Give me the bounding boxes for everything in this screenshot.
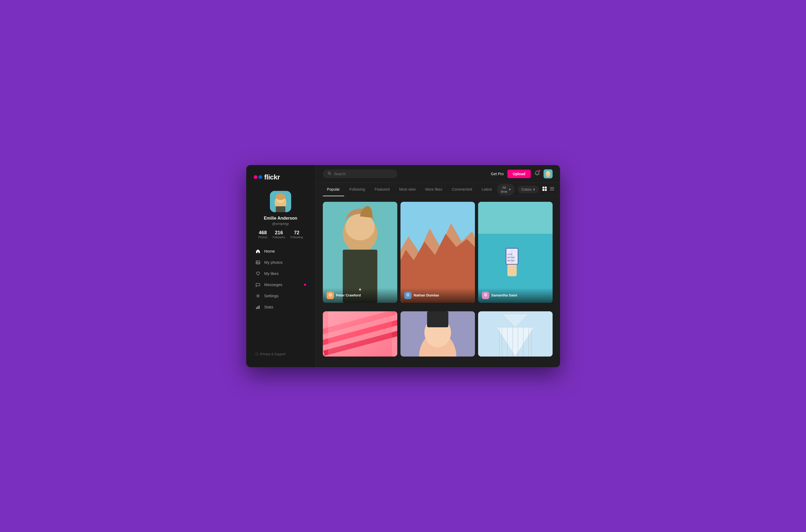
photos-count: 468 <box>259 230 267 235</box>
profile-section: Emilie Anderson @emiphtgr 468 Photos 216… <box>251 191 310 239</box>
photo1-overlay: Peter Crawford <box>323 288 397 303</box>
main-content: Get Pro Upload Popular Following Feature… <box>315 165 560 367</box>
photos-label: Photos <box>258 235 267 239</box>
tab-more-likes[interactable]: More likes <box>421 183 447 196</box>
carousel-indicator <box>359 288 361 290</box>
svg-point-7 <box>257 295 259 297</box>
svg-text:BETTER: BETTER <box>507 256 515 259</box>
profile-name: Emilie Anderson <box>264 216 297 221</box>
svg-rect-48 <box>328 311 392 357</box>
info-icon: ⓘ <box>255 352 259 357</box>
photo2-author: Nathan Dumlao <box>404 292 471 299</box>
svg-rect-9 <box>257 306 258 309</box>
tab-most-view[interactable]: Most view <box>395 183 420 196</box>
my-photos-label: My photos <box>264 260 283 265</box>
sidebar-item-my-likes[interactable]: My likes <box>251 268 310 279</box>
photo5-art <box>400 311 475 357</box>
search-input[interactable] <box>334 172 393 176</box>
tab-featured[interactable]: Featured <box>371 183 394 196</box>
stat-followers: 216 Followers <box>273 230 285 239</box>
notification-badge <box>539 170 540 172</box>
home-icon <box>255 249 261 254</box>
photo-card-4[interactable] <box>323 311 397 357</box>
author3-avatar <box>482 292 489 299</box>
following-count: 72 <box>294 230 299 235</box>
avatar <box>270 191 291 212</box>
svg-rect-15 <box>542 187 544 189</box>
following-label: Following <box>290 235 303 239</box>
privacy-support-link[interactable]: ⓘ Privacy & Support <box>251 349 310 359</box>
photo-card-1[interactable]: Peter Crawford <box>323 202 397 303</box>
svg-point-33 <box>406 293 410 297</box>
photo2-art <box>400 202 475 303</box>
profile-stats: 468 Photos 216 Followers 72 Following <box>258 230 303 239</box>
svg-rect-21 <box>550 190 554 190</box>
svg-rect-8 <box>256 307 257 309</box>
time-filter-button[interactable]: All time ▾ <box>497 184 514 195</box>
svg-rect-52 <box>427 311 448 327</box>
svg-rect-20 <box>550 189 554 189</box>
svg-rect-4 <box>276 206 285 212</box>
search-icon <box>327 171 331 176</box>
logo: flickr <box>251 173 310 181</box>
tab-popular[interactable]: Popular <box>323 183 344 196</box>
author2-name: Nathan Dumlao <box>414 293 439 297</box>
upload-button[interactable]: Upload <box>507 170 530 178</box>
get-pro-button[interactable]: Get Pro <box>491 172 504 176</box>
svg-point-25 <box>345 214 375 240</box>
photo-card-6[interactable] <box>478 311 552 357</box>
sidebar: flickr Emilie Anderson @emiphtgr 468 Pho… <box>246 165 315 367</box>
view-toggle <box>542 186 555 193</box>
followers-count: 216 <box>275 230 283 235</box>
photo1-author: Peter Crawford <box>326 292 394 299</box>
header: Get Pro Upload <box>315 165 560 183</box>
svg-rect-19 <box>550 187 554 188</box>
sidebar-item-my-photos[interactable]: My photos <box>251 258 310 267</box>
search-bar[interactable] <box>323 169 397 178</box>
logo-dot-pink <box>254 175 257 179</box>
profile-handle: @emiphtgr <box>272 222 289 226</box>
svg-rect-17 <box>542 189 544 191</box>
notifications-button[interactable] <box>535 170 540 177</box>
tab-commented[interactable]: Commented <box>448 183 476 196</box>
sidebar-item-home[interactable]: Home <box>251 246 310 256</box>
photo-card-5[interactable] <box>400 311 475 357</box>
settings-icon <box>255 293 261 298</box>
logo-dot-blue <box>259 175 262 179</box>
photo3-author: Samantha Saint <box>482 292 549 299</box>
logo-text: flickr <box>264 173 280 181</box>
color-filter-button[interactable]: Colors ▾ <box>518 186 539 193</box>
user-avatar-header[interactable] <box>544 169 552 178</box>
home-label: Home <box>264 249 275 253</box>
chevron-down-icon: ▾ <box>509 187 511 191</box>
sidebar-item-settings[interactable]: Settings <box>251 291 310 301</box>
nav-menu: Home My photos My likes Messeges <box>251 246 310 349</box>
svg-rect-16 <box>545 187 547 189</box>
svg-point-27 <box>329 293 332 297</box>
svg-rect-35 <box>478 202 552 234</box>
author3-name: Samantha Saint <box>491 293 518 297</box>
tab-following[interactable]: Following <box>345 183 369 196</box>
svg-point-43 <box>484 293 487 297</box>
app-window: flickr Emilie Anderson @emiphtgr 468 Pho… <box>246 165 560 367</box>
messages-label: Messeges <box>264 282 282 287</box>
stats-icon <box>255 305 261 309</box>
photo2-overlay: Nathan Dumlao <box>400 288 475 303</box>
stat-photos: 468 Photos <box>258 230 267 239</box>
sidebar-item-stats[interactable]: Stats <box>251 302 310 312</box>
messages-badge <box>304 284 306 286</box>
svg-rect-5 <box>256 261 260 264</box>
photo-grid: Peter Crawford <box>315 196 560 367</box>
tab-latest[interactable]: Latest <box>477 183 496 196</box>
photo-card-3[interactable]: LOVE BETTER BETTER Samantha Saint <box>478 202 552 303</box>
avatar-illustration <box>270 191 291 212</box>
filter-bar: Popular Following Featured Most view Mor… <box>315 183 560 196</box>
followers-label: Followers <box>273 235 285 239</box>
grid-view-icon[interactable] <box>542 186 547 193</box>
logo-dots <box>254 175 262 179</box>
photo-card-2[interactable]: Nathan Dumlao <box>400 202 475 303</box>
svg-point-11 <box>328 172 330 174</box>
svg-rect-10 <box>259 305 260 309</box>
list-view-icon[interactable] <box>549 186 555 193</box>
sidebar-item-messages[interactable]: Messeges <box>251 280 310 290</box>
